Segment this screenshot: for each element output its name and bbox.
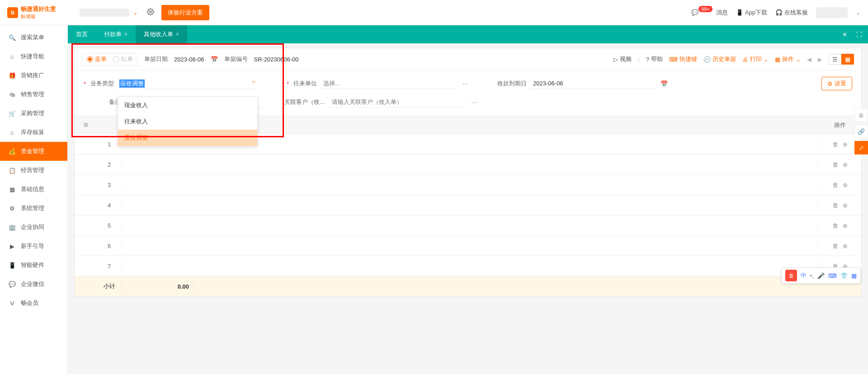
org-selector[interactable]: ⌄ [80, 9, 138, 17]
delete-row-icon[interactable]: 🗑 [832, 182, 838, 188]
sidebar-item-3[interactable]: 🛍销售管理 [0, 85, 67, 104]
doc-date-value[interactable]: 2023-06-06 [174, 56, 204, 63]
support-link[interactable]: 🎧 在线客服 [775, 9, 808, 17]
add-row-icon[interactable]: ⊕ [843, 222, 848, 229]
print-icon: 🖨 [742, 56, 748, 63]
user-avatar[interactable] [816, 7, 848, 18]
sidebar-item-1[interactable]: ⌂快捷导航 [0, 47, 67, 66]
sidebar-icon: 📱 [8, 262, 16, 269]
sidebar-item-9[interactable]: ⚙系统管理 [0, 199, 67, 218]
ime-toolbar[interactable]: S 中 •, 🎤 ⌨ 👕 ▦ [781, 267, 861, 284]
sidebar-item-12[interactable]: 📱智能硬件 [0, 256, 67, 275]
ime-keyboard-icon[interactable]: ⌨ [828, 272, 837, 279]
biz-type-label: 业务类型 [90, 79, 114, 88]
logo[interactable]: b 畅捷通好生意 标准版 [7, 5, 71, 20]
close-all-tabs-icon[interactable]: ✕ [839, 29, 850, 40]
delete-row-icon[interactable]: 🗑 [832, 222, 838, 229]
dropdown-option[interactable]: 现金收入 [118, 97, 257, 113]
party-input[interactable] [321, 78, 456, 89]
ime-skin-icon[interactable]: 👕 [840, 272, 848, 279]
tab-close-icon[interactable]: × [176, 31, 179, 37]
settings-icon[interactable] [147, 8, 154, 17]
sidebar-icon: ⌂ [8, 53, 16, 60]
dropdown-option[interactable]: 应收调整 [118, 130, 257, 146]
add-row-icon[interactable]: ⊕ [843, 243, 848, 249]
video-link[interactable]: ▷视频 [613, 55, 632, 63]
delete-row-icon[interactable]: 🗑 [832, 202, 838, 209]
headset-icon: 🎧 [775, 9, 783, 16]
table-row[interactable]: 4 🗑 ⊕ [75, 195, 861, 215]
table-row[interactable]: 2 🗑 ⊕ [75, 154, 861, 175]
due-date-label: 收款到期日 [497, 79, 527, 88]
brand-edition: 标准版 [21, 13, 56, 20]
calendar-icon[interactable]: 📅 [660, 80, 668, 87]
chevron-down-icon[interactable]: ⌄ [856, 9, 861, 16]
history-link[interactable]: 🕘历史单据 [703, 55, 736, 63]
ime-mic-icon[interactable]: 🎤 [817, 272, 825, 279]
sidebar-item-8[interactable]: ▦基础信息 [0, 180, 67, 199]
sidebar-item-6[interactable]: 💰资金管理 [0, 142, 67, 161]
delete-row-icon[interactable]: 🗑 [832, 161, 838, 168]
sidebar-icon: 💰 [8, 148, 16, 155]
expand-icon[interactable]: ⛶ [854, 29, 864, 40]
delete-row-icon[interactable]: 🗑 [832, 243, 838, 249]
more-icon[interactable]: ⋯ [471, 99, 477, 106]
table-settings-icon[interactable]: ⚙ [75, 122, 97, 128]
row-number: 7 [97, 263, 122, 270]
assoc-customer-input[interactable] [329, 97, 465, 108]
required-mark: * [84, 80, 86, 87]
rail-link-icon[interactable]: 🔗 [854, 125, 868, 138]
ime-grid-icon[interactable]: ▦ [851, 272, 857, 279]
add-row-icon[interactable]: ⊕ [843, 202, 848, 209]
prev-icon[interactable]: ◀ [807, 56, 811, 63]
add-row-icon[interactable]: ⊕ [843, 141, 848, 148]
tab-首页[interactable]: 首页 [68, 25, 96, 43]
biz-type-select[interactable]: 应收调整 ⌃ 现金收入往来收入应收调整 [118, 79, 258, 89]
table-row[interactable]: 5 🗑 ⊕ [75, 215, 861, 236]
sidebar-item-13[interactable]: 💬企业微信 [0, 275, 67, 294]
table-row[interactable]: 6 🗑 ⊕ [75, 236, 861, 256]
radio-red[interactable]: 红单 [113, 55, 133, 63]
due-date-input[interactable] [530, 78, 657, 89]
radio-blue[interactable]: 蓝单 [87, 55, 107, 63]
dropdown-option[interactable]: 往来收入 [118, 113, 257, 130]
help-link[interactable]: ?帮助 [646, 55, 663, 63]
tab-close-icon[interactable]: × [124, 31, 127, 37]
radio-dot-icon [113, 56, 119, 62]
sidebar-item-11[interactable]: ▶新手引导 [0, 237, 67, 256]
print-link[interactable]: 🖨打印⌄ [742, 55, 769, 63]
view-list-toggle[interactable]: ☰ [829, 54, 841, 65]
sidebar-item-0[interactable]: 🔍搜索菜单 [0, 28, 67, 47]
sidebar-item-10[interactable]: 🏢企业协同 [0, 218, 67, 237]
sidebar-item-5[interactable]: ⌂库存核算 [0, 123, 67, 142]
row-number: 3 [97, 182, 122, 188]
view-card-toggle[interactable]: ▦ [841, 54, 854, 65]
shortcut-link[interactable]: ⌨快捷键 [669, 55, 697, 63]
ime-punct-icon[interactable]: •, [810, 272, 814, 279]
table-row[interactable]: 3 🗑 ⊕ [75, 175, 861, 195]
doc-date-label: 单据日期 [144, 55, 168, 63]
add-row-icon[interactable]: ⊕ [843, 161, 848, 168]
sidebar-item-14[interactable]: V畅会员 [0, 294, 67, 313]
tab-其他收入单[interactable]: 其他收入单× [136, 25, 187, 43]
required-mark: * [287, 80, 289, 87]
trial-button[interactable]: 体验行业方案 [161, 5, 209, 20]
assoc-customer-label: 关联客户（收… [284, 98, 326, 106]
more-icon[interactable]: ⋯ [462, 80, 468, 87]
messages-link[interactable]: 💬 99+ 消息 [691, 9, 728, 17]
tab-付款单[interactable]: 付款单× [96, 25, 136, 43]
settings-button[interactable]: ⚙ 设置 [821, 77, 852, 90]
next-icon[interactable]: ▶ [818, 56, 822, 63]
sidebar-item-7[interactable]: 📋经营管理 [0, 161, 67, 180]
add-row-icon[interactable]: ⊕ [843, 182, 848, 188]
rail-note-icon[interactable]: 🗎 [854, 108, 868, 122]
app-download-link[interactable]: 📱 App下载 [736, 9, 767, 17]
delete-row-icon[interactable]: 🗑 [832, 141, 838, 148]
ime-lang[interactable]: 中 [801, 271, 807, 280]
operate-link[interactable]: ▦操作⌄ [775, 55, 801, 63]
table-row[interactable]: 7 🗑 ⊕ [75, 256, 861, 276]
sidebar-item-4[interactable]: 🛒采购管理 [0, 104, 67, 123]
sidebar-item-2[interactable]: 🎁营销推广 [0, 66, 67, 85]
rail-expand-icon[interactable]: ⤢ [854, 141, 868, 154]
calendar-icon[interactable]: 📅 [211, 56, 218, 63]
